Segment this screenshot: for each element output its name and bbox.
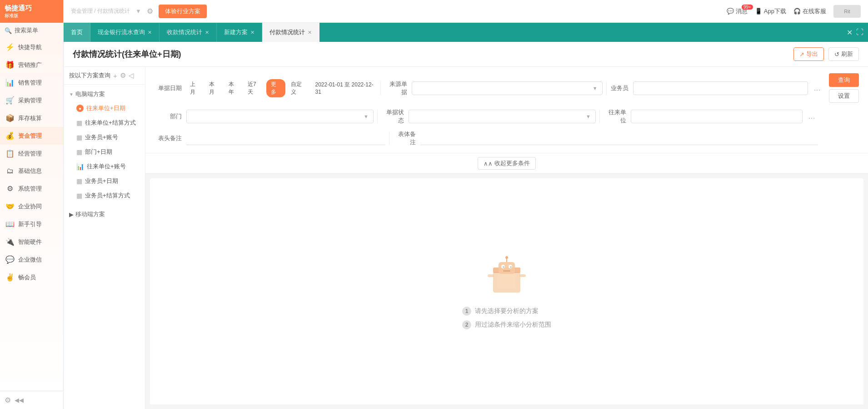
sidebar-settings-icon[interactable]: ⚙ — [5, 396, 11, 404]
operation-icon: 📋 — [5, 149, 15, 158]
export-button[interactable]: ↗ 导出 — [793, 47, 824, 61]
source-select[interactable]: ▼ — [412, 81, 602, 95]
topbar-settings-icon[interactable]: ⚙ — [147, 7, 153, 15]
basic-icon: 🗂 — [5, 167, 15, 175]
scheme-pc-group-title[interactable]: ▼ 电脑端方案 — [64, 87, 145, 101]
sidebar-item-sales[interactable]: 📊 销售管理 — [0, 74, 63, 91]
counter-party-input[interactable] — [631, 110, 803, 123]
topbar-online-service[interactable]: 🎧 在线客服 — [793, 7, 826, 15]
sidebar-item-inventory[interactable]: 📦 库存核算 — [0, 109, 63, 127]
search-icon: 🔍 — [5, 27, 12, 34]
scheme-item-unit-date[interactable]: ● 往来单位+日期 — [64, 101, 145, 116]
tab-close-all-icon[interactable]: ✕ — [847, 28, 853, 37]
sidebar: 畅捷通巧 标准版 🔍 搜索菜单 ⚡ 快捷导航 🎁 营销推广 📊 销售管理 🛒 采… — [0, 0, 64, 409]
staff-input[interactable] — [633, 81, 808, 95]
trial-btn[interactable]: 体验行业方案 — [159, 5, 207, 18]
sidebar-item-guide[interactable]: 📖 新手引导 — [0, 215, 63, 233]
sidebar-item-enterprise[interactable]: 🤝 企业协同 — [0, 197, 63, 215]
divider-2 — [606, 81, 607, 95]
empty-step-2: 2 用过滤条件来缩小分析范围 — [462, 320, 551, 329]
doc-status-select[interactable]: ▼ — [409, 110, 596, 123]
tab-new-scheme-close[interactable]: ✕ — [250, 30, 254, 35]
dept-select[interactable]: ▼ — [186, 110, 374, 123]
tab-payment-close[interactable]: ✕ — [308, 30, 312, 35]
tab-home[interactable]: 首页 — [64, 23, 90, 42]
dept-label: 部门 — [155, 112, 186, 121]
note-body-input[interactable] — [420, 131, 818, 145]
date-tab-this-year[interactable]: 本年 — [225, 79, 242, 97]
date-tab-custom[interactable]: 自定义 — [287, 79, 310, 97]
collapse-bar: ∧∧ 收起更多条件 — [145, 153, 868, 174]
logo-name: 畅捷通巧 — [5, 4, 32, 13]
scheme-item-staff-settle[interactable]: ▦ 业务员+结算方式 — [64, 188, 145, 203]
scheme-add-icon[interactable]: + — [113, 72, 117, 80]
scheme-item-staff-date[interactable]: ▦ 业务员+日期 — [64, 174, 145, 188]
staff-dots-icon[interactable]: … — [811, 84, 823, 92]
date-tab-last-month[interactable]: 上月 — [186, 79, 204, 97]
staff-control: … — [633, 81, 823, 95]
scheme-item-dept-date[interactable]: ▦ 部门+日期 — [64, 145, 145, 159]
topbar: 资金管理 / 付款情况统计 ▼ ⚙ 体验行业方案 💬 消息 99+ 📱 App下… — [64, 0, 868, 23]
query-button[interactable]: 查询 — [829, 73, 859, 87]
page-title: 付款情况统计(往来单位+日期) — [73, 49, 181, 60]
mobile-group-label: 移动端方案 — [75, 210, 105, 218]
sidebar-collapse-icon[interactable]: ◀◀ — [15, 397, 24, 404]
tab-receivable[interactable]: 收款情况统计 ✕ — [160, 23, 217, 42]
marketing-icon: 🎁 — [5, 61, 15, 69]
tab-payment[interactable]: 付款情况统计 ✕ — [262, 23, 319, 42]
sidebar-item-wechat[interactable]: 💬 企业微信 — [0, 251, 63, 268]
scheme-settings-icon[interactable]: ⚙ — [120, 71, 126, 80]
sidebar-item-system[interactable]: ⚙ 系统管理 — [0, 180, 63, 197]
refresh-button[interactable]: ↺ 刷新 — [828, 47, 859, 61]
member-icon: ✌ — [5, 273, 15, 282]
staff-label: 业务员 — [610, 84, 633, 92]
sidebar-item-member[interactable]: ✌ 畅会员 — [0, 268, 63, 286]
tab-receivable-close[interactable]: ✕ — [205, 30, 209, 35]
source-chevron-icon: ▼ — [593, 86, 598, 91]
scheme-icon-dept-date: ▦ — [76, 148, 82, 156]
doc-status-control: ▼ — [409, 110, 596, 123]
sidebar-search[interactable]: 🔍 搜索菜单 — [0, 23, 63, 38]
divider-4 — [599, 110, 600, 123]
scheme-item-unit-account[interactable]: 📊 往来单位+账号 — [64, 159, 145, 174]
topbar-message[interactable]: 💬 消息 99+ — [727, 7, 748, 15]
note-body-label: 表体备注 — [393, 130, 420, 146]
topbar-app-download[interactable]: 📱 App下载 — [755, 7, 786, 15]
svg-point-6 — [503, 266, 504, 268]
tab-new-scheme-label: 新建方案 — [224, 28, 248, 36]
date-tab-this-month[interactable]: 本月 — [205, 79, 223, 97]
scheme-icon-unit-settle: ▦ — [76, 119, 82, 126]
sidebar-item-marketing[interactable]: 🎁 营销推广 — [0, 56, 63, 74]
sidebar-item-hardware[interactable]: 🔌 智能硬件 — [0, 233, 63, 251]
scheme-item-staff-account[interactable]: ▦ 业务员+账号 — [64, 130, 145, 145]
wechat-icon: 💬 — [5, 255, 15, 264]
note-head-input[interactable] — [186, 131, 385, 145]
sidebar-item-purchase[interactable]: 🛒 采购管理 — [0, 91, 63, 109]
step-2-num: 2 — [462, 320, 471, 329]
sidebar-item-operation[interactable]: 📋 经营管理 — [0, 145, 63, 162]
settings-button[interactable]: 设置 — [829, 89, 859, 103]
tab-bank-flow-close[interactable]: ✕ — [148, 30, 152, 35]
page-header: 付款情况统计(往来单位+日期) ↗ 导出 ↺ 刷新 — [64, 42, 868, 67]
scheme-mobile-group-title[interactable]: ▶ 移动端方案 — [64, 207, 145, 221]
scheme-icon-staff-account: ▦ — [76, 134, 82, 141]
tab-bank-flow[interactable]: 现金银行流水查询 ✕ — [90, 23, 160, 42]
empty-texts: 1 请先选择要分析的方案 2 用过滤条件来缩小分析范围 — [462, 307, 551, 329]
tab-new-scheme[interactable]: 新建方案 ✕ — [217, 23, 262, 42]
sidebar-item-quick-nav[interactable]: ⚡ 快捷导航 — [0, 38, 63, 56]
sidebar-item-basic[interactable]: 🗂 基础信息 — [0, 162, 63, 180]
avatar[interactable]: Rit — [833, 5, 861, 18]
date-tab-last-7[interactable]: 近7天 — [244, 79, 264, 97]
filter-row-3: 表头备注 表体备注 — [155, 130, 859, 146]
mobile-group-arrow: ▶ — [69, 211, 74, 218]
counter-party-dots-icon[interactable]: … — [805, 112, 818, 121]
collapse-button[interactable]: ∧∧ 收起更多条件 — [478, 157, 536, 170]
topbar-dropdown-icon[interactable]: ▼ — [135, 8, 141, 15]
scheme-collapse-icon[interactable]: ◁ — [129, 71, 134, 80]
sidebar-item-capital[interactable]: 💰 资金管理 — [0, 127, 63, 145]
scheme-item-unit-settle[interactable]: ▦ 往来单位+结算方式 — [64, 116, 145, 130]
divider-5 — [389, 131, 389, 145]
svg-rect-12 — [519, 274, 526, 277]
tab-maximize-icon[interactable]: ⛶ — [856, 28, 863, 36]
date-tab-more[interactable]: 更多 — [266, 79, 285, 97]
